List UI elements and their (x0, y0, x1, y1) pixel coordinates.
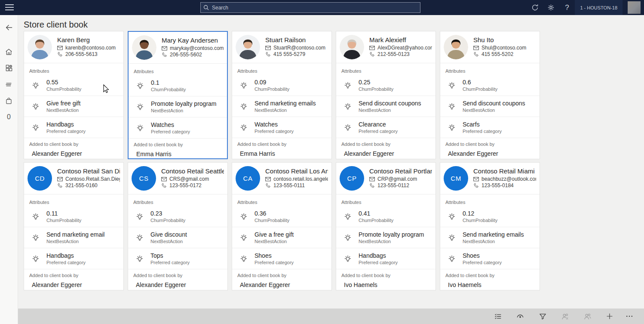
card-footer: Added to client book by Alexander Eggere… (440, 138, 540, 159)
phone-icon (265, 183, 271, 188)
client-name: Shu Ito (473, 36, 526, 43)
store-selector-button[interactable]: 1 - HOUSTON-18 (575, 0, 623, 15)
avatar (444, 35, 468, 59)
attributes-label: Attributes (232, 194, 331, 206)
insight-bulb-icon (135, 212, 144, 221)
help-icon[interactable]: ? (559, 0, 575, 15)
client-phone: 206-555-5613 (65, 51, 98, 57)
attribute-row: Send discount coupons NextBestAction (336, 96, 435, 117)
insight-bulb-icon (135, 123, 145, 133)
attribute-value: Shoes (463, 252, 502, 259)
attribute-value: Send discount coupons (359, 100, 421, 107)
home-icon (5, 48, 13, 56)
client-card[interactable]: CD Contoso Retail San Diego Contoso.Reta… (24, 162, 124, 290)
attribute-label: Preferred category (463, 129, 502, 134)
email-icon (161, 177, 167, 182)
attribute-row: Promote loyalty program NextBestAction (129, 96, 227, 117)
card-header: CP Contoso Retail Portland CRP@gmail.com… (336, 163, 435, 194)
attribute-value: Promote loyalty program (359, 231, 424, 238)
client-card[interactable]: Mark Alexieff AlexDGreat@yahoo.com 212-5… (336, 31, 436, 159)
multiselect-list-icon[interactable] (487, 309, 509, 324)
client-name: Contoso Retail San Diego (57, 167, 120, 175)
card-footer: Added to client book by Emma Harris (232, 138, 331, 159)
attribute-row: Clearance Preferred category (336, 117, 435, 138)
insight-bulb-icon (447, 123, 457, 132)
back-arrow-button[interactable] (0, 20, 18, 35)
insights-eye-icon[interactable] (509, 309, 531, 324)
attribute-label: ChurnProbability (359, 86, 393, 92)
client-phone: 123-555-0112 (377, 182, 409, 188)
client-card[interactable]: Stuart Railson StuartR@contoso.com 415 5… (232, 31, 332, 159)
sidebar-item-home[interactable] (0, 44, 18, 59)
client-name: Contoso Retail Los Ang... (265, 167, 328, 175)
more-options-icon[interactable] (621, 309, 638, 324)
sidebar-item-shop[interactable] (0, 93, 18, 108)
added-by-name: Emma Harris (134, 151, 222, 157)
attribute-row: 0.36 ChurnProbability (232, 206, 331, 227)
insight-bulb-icon (135, 102, 145, 111)
client-email: CRP@gmail.com (377, 176, 417, 182)
attribute-label: NextBestAction (359, 108, 421, 113)
phone-icon (57, 183, 63, 188)
client-card[interactable]: Shu Ito Shul@contoso.com 415 555-5202 At… (440, 31, 540, 159)
attribute-row: Handbags Preferred category (24, 117, 123, 138)
attribute-row: Watches Preferred category (232, 117, 331, 138)
attribute-row: 0.11 ChurnProbability (24, 206, 123, 227)
attribute-value: Clearance (359, 121, 398, 128)
added-by-label: Added to client book by (341, 142, 430, 147)
insight-bulb-icon (31, 80, 40, 90)
client-email: beachbuzz@outlook.com (481, 176, 536, 182)
search-box[interactable] (200, 2, 420, 13)
attribute-label: ChurnProbability (46, 86, 81, 92)
sidebar-item-products[interactable] (0, 61, 18, 75)
refresh-icon[interactable] (527, 0, 543, 15)
sidebar-item-lists[interactable] (0, 77, 18, 92)
attribute-value: Send marketing emails (255, 100, 316, 107)
client-card[interactable]: Mary Kay Andersen marykay@contoso.com 20… (128, 31, 228, 159)
client-phone: 123-555-0111 (273, 182, 305, 188)
user-avatar[interactable] (628, 1, 641, 14)
attributes-label: Attributes (440, 194, 540, 206)
added-by-label: Added to client book by (341, 273, 430, 278)
added-by-name: Alexander Eggerer (341, 150, 430, 157)
search-input[interactable] (212, 5, 417, 11)
insight-bulb-icon (31, 233, 40, 242)
avatar (340, 35, 364, 59)
insight-bulb-icon (31, 123, 40, 132)
email-icon (369, 46, 375, 50)
attribute-value: Handbags (46, 252, 86, 259)
insight-bulb-icon (447, 254, 457, 263)
client-card[interactable]: CA Contoso Retail Los Ang... contoso.ret… (232, 162, 332, 290)
client-name: Contoso Retail Seattle (161, 167, 224, 175)
remove-client-icon[interactable] (554, 309, 576, 324)
insight-bulb-icon (343, 233, 353, 242)
client-card[interactable]: CP Contoso Retail Portland CRP@gmail.com… (336, 162, 436, 290)
attribute-label: NextBestAction (359, 239, 424, 244)
client-name: Mark Alexieff (369, 36, 432, 43)
client-phone: 415 555-5202 (481, 51, 513, 57)
attribute-value: Shoes (255, 252, 294, 259)
attribute-value: 0.25 (359, 79, 393, 86)
card-footer: Added to client book by Ivo Haemels (440, 269, 540, 290)
attribute-row: Send marketing emails NextBestAction (232, 96, 331, 117)
insight-bulb-icon (239, 233, 248, 242)
client-card[interactable]: Karen Berg karenb@contoso.com 206-555-56… (24, 31, 124, 159)
attribute-row: Send marketing email NextBestAction (24, 227, 123, 248)
hamburger-menu-icon[interactable] (5, 4, 14, 11)
attribute-label: Preferred category (46, 129, 86, 134)
attribute-value: Watches (151, 121, 190, 128)
attributes-label: Attributes (232, 63, 331, 74)
filter-icon[interactable] (531, 309, 554, 324)
attribute-row: Give discount NextBestAction (128, 227, 227, 248)
attribute-label: NextBestAction (46, 239, 104, 244)
attributes-label: Attributes (24, 194, 123, 206)
attributes-label: Attributes (336, 63, 435, 74)
attribute-row: Send discount coupons NextBestAction (440, 96, 540, 117)
insight-bulb-icon (135, 81, 145, 90)
client-card[interactable]: CM Contoso Retail Miami beachbuzz@outloo… (440, 162, 540, 290)
attribute-row: 0.55 ChurnProbability (24, 74, 123, 96)
client-group-icon[interactable] (576, 309, 598, 324)
add-icon[interactable] (598, 309, 621, 324)
settings-gear-icon[interactable] (543, 0, 559, 15)
client-card[interactable]: CS Contoso Retail Seattle CRS@gmail.com … (128, 162, 228, 290)
